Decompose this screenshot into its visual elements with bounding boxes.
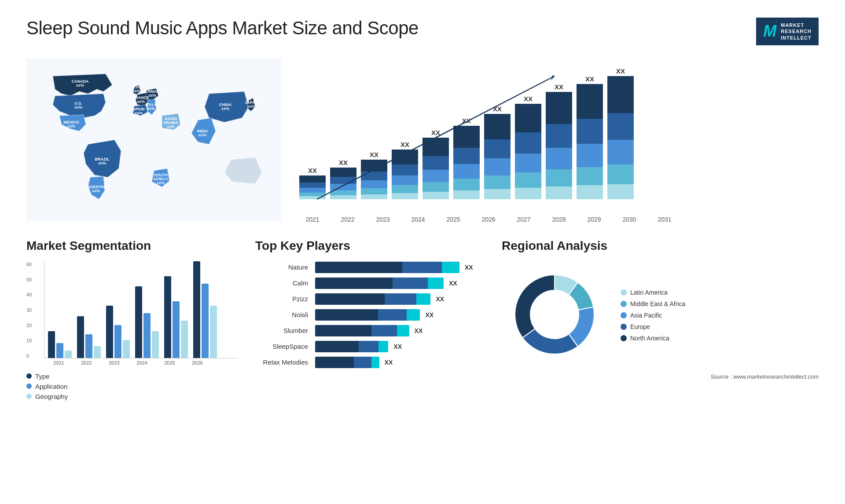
bar-year-label: 2028 (546, 216, 572, 223)
bar-segment (546, 169, 572, 186)
map-section: CANADA xx% U.S. xx% MEXICO xx% BRAZIL xx… (26, 58, 282, 226)
bar-segment (515, 153, 541, 172)
bar-segment (453, 148, 480, 164)
legend-dot (26, 373, 32, 379)
y-label-40: 40 (26, 292, 32, 297)
y-label-0: 0 (26, 353, 32, 358)
bar-segment (484, 175, 511, 189)
map-label-japan-pct: xx% (247, 104, 255, 109)
player-name: Slumber (255, 327, 312, 334)
player-bar-segment (442, 262, 459, 273)
player-bar-segment (407, 309, 420, 321)
bar-year-label: 2023 (370, 216, 396, 223)
bar-segment (515, 104, 541, 132)
bar-segment (392, 175, 418, 186)
page-title: Sleep Sound Music Apps Market Size and S… (26, 18, 419, 39)
seg-bar (106, 306, 113, 358)
player-bar-segment (371, 325, 397, 336)
bar-group: XX (453, 117, 480, 199)
bar-segment (484, 189, 511, 199)
seg-chart-container: 60 50 40 30 20 10 0 20212022202320242025… (26, 262, 238, 365)
player-row: Relax MelodiesXX (255, 357, 484, 368)
legend-label: Geography (35, 393, 68, 400)
bar-value-label: XX (524, 95, 533, 102)
player-name: Nature (255, 263, 312, 271)
regional-legend-item: Europe (621, 323, 685, 330)
bar-segment (422, 156, 449, 170)
player-name: SleepSpace (255, 343, 312, 350)
bar-value-label: XX (431, 129, 440, 136)
logo-m-letter: M (763, 22, 776, 40)
seg-year-label: 2024 (131, 360, 153, 365)
logo-line1: MARKET (781, 22, 812, 28)
bar-segment (361, 172, 387, 180)
bar-segment (546, 186, 572, 199)
y-label-50: 50 (26, 277, 32, 282)
regional-label: Latin America (630, 289, 668, 296)
legend-label: Type (35, 373, 50, 380)
seg-bar (123, 340, 130, 358)
bar-stack (453, 126, 480, 199)
bar-value-label: XX (370, 151, 378, 158)
segmentation-title: Market Segmentation (26, 239, 238, 253)
player-bar-wrapper: XX (315, 341, 484, 352)
player-bar-stack (315, 341, 388, 352)
map-label-saudi-pct: xx% (167, 124, 175, 129)
regional-swatch (621, 324, 627, 330)
bar-value-label: XX (308, 167, 317, 174)
bottom-grid: Market Segmentation 60 50 40 30 20 10 0 … (26, 239, 819, 400)
regional-swatch (621, 335, 627, 341)
y-axis: 60 50 40 30 20 10 0 (26, 262, 32, 358)
bar-segment (515, 172, 541, 188)
regional-legend: Latin AmericaMiddle East & AfricaAsia Pa… (621, 289, 685, 342)
seg-bar (164, 276, 171, 358)
seg-year-label: 2021 (48, 360, 70, 365)
bar-group: XX (361, 151, 387, 199)
bar-year-label: 2030 (616, 216, 643, 223)
player-bar-stack (315, 293, 430, 305)
y-label-10: 10 (26, 338, 32, 343)
bar-segment (422, 170, 449, 182)
player-bar-wrapper: XX (315, 278, 484, 289)
player-bar-wrapper: XX (315, 293, 484, 305)
seg-bar (202, 284, 209, 358)
player-xx-label: XX (425, 311, 434, 318)
player-xx-label: XX (465, 264, 473, 271)
regional-legend-item: Latin America (621, 289, 685, 296)
map-label-us-pct: xx% (74, 105, 82, 110)
bar-group: XX (299, 167, 326, 199)
bar-segment (515, 188, 541, 199)
seg-bar (210, 306, 217, 358)
bar-stack (422, 138, 449, 199)
legend-dot (26, 394, 32, 399)
seg-bar-group (164, 276, 188, 358)
bar-segment (330, 190, 356, 196)
seg-bar (48, 331, 55, 358)
map-label-argentina-pct: xx% (92, 189, 100, 193)
seg-bar (173, 301, 180, 358)
logo-line3: INTELLECT (781, 35, 812, 41)
player-bar-segment (315, 262, 402, 273)
player-bar-segment (315, 357, 354, 368)
bar-year-label: 2027 (511, 216, 537, 223)
player-bar-segment (315, 293, 385, 305)
bar-chart-wrapper: XXXXXXXXXXXXXXXXXXXXXX 20212022202320242… (299, 63, 819, 226)
seg-bar (193, 261, 200, 358)
player-row: SleepSpaceXX (255, 341, 484, 352)
seg-x-labels: 202120222023202420252026 (44, 360, 238, 365)
seg-bar-group (77, 316, 101, 358)
bar-stack (361, 160, 387, 199)
player-bar-stack (315, 262, 459, 273)
player-bar-segment (378, 309, 407, 321)
bar-value-label: XX (616, 67, 625, 75)
donut-center (530, 290, 579, 339)
bar-value-label: XX (400, 141, 409, 148)
regional-label: Asia Pacific (630, 312, 662, 319)
bar-group: XX (330, 159, 356, 199)
bar-segment (330, 168, 356, 177)
regional-swatch (621, 312, 627, 318)
bar-group: XX (577, 75, 603, 199)
bar-stack (484, 114, 511, 199)
player-xx-label: XX (436, 296, 444, 303)
bar-segment (299, 183, 326, 188)
